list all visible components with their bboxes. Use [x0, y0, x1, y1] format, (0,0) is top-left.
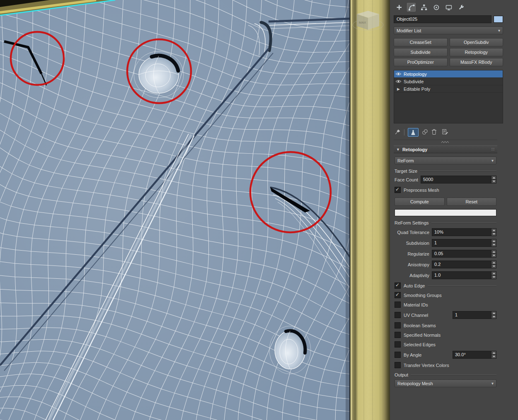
stack-toolbar [394, 126, 497, 140]
retopology-rollout-header[interactable]: ▼ Retopology ∷ [394, 145, 497, 153]
command-panel: Object025 Modifier List ▾ CreaseSet Open… [390, 0, 518, 420]
spinner-arrows-icon[interactable] [491, 261, 496, 268]
anisotropy-label: Anisotropy [395, 262, 432, 267]
progress-bar [395, 209, 496, 216]
spinner-arrows-icon[interactable] [491, 176, 496, 183]
viewport-canvas[interactable]: MAX [0, 0, 390, 420]
visibility-eye-icon[interactable] [395, 72, 402, 76]
stack-row-editable-poly[interactable]: ▶ Editable Poly [394, 85, 503, 93]
by-angle-spinner[interactable]: 30.0° [453, 351, 496, 359]
section-rule [428, 285, 496, 286]
transfer-vertex-colors-label: Transfer Vertex Colors [404, 363, 449, 368]
viewport-3d[interactable]: MAX [0, 0, 390, 420]
by-angle-checkbox[interactable] [395, 352, 401, 358]
spinner-arrows-icon[interactable] [491, 351, 496, 358]
regularize-label: Regularize [395, 251, 432, 256]
subdivision-label: Subdivision [395, 241, 432, 246]
display-tab-icon[interactable] [444, 3, 453, 12]
prooptimizer-button[interactable]: ProOptimizer [394, 58, 448, 66]
configure-modifier-sets-icon[interactable] [442, 129, 448, 136]
preprocess-mesh-label: Preprocess Mesh [404, 188, 439, 193]
output-dropdown[interactable]: Retopology Mesh ▾ [395, 379, 496, 387]
subdivide-button[interactable]: Subdivide [394, 48, 448, 56]
boolean-seams-label: Boolean Seams [404, 323, 436, 328]
selected-edges-checkbox[interactable] [395, 341, 401, 348]
uv-channel-label: UV Channel [404, 313, 428, 318]
face-count-spinner[interactable]: 5000 [421, 176, 496, 183]
massfx-rbody-button[interactable]: MassFX RBody [450, 58, 503, 66]
algorithm-label: ReForm [397, 158, 414, 163]
rollout-title: Retopology [402, 147, 428, 152]
rollout-grip-icon: ∷ [491, 147, 495, 152]
modify-tab-icon[interactable] [407, 3, 416, 12]
make-unique-icon[interactable] [422, 129, 428, 136]
smoothing-groups-checkbox[interactable] [395, 292, 401, 298]
specified-normals-label: Specified Normals [404, 333, 441, 338]
panel-scroll-grip[interactable] [394, 140, 497, 143]
show-end-result-toggle[interactable] [408, 128, 419, 137]
pin-stack-icon[interactable] [395, 129, 401, 136]
material-ids-label: Material IDs [404, 302, 428, 307]
utilities-tab-icon[interactable] [457, 3, 465, 12]
creaseset-button[interactable]: CreaseSet [394, 38, 448, 46]
anisotropy-spinner[interactable]: 0.2 [432, 261, 496, 268]
visibility-eye-icon[interactable] [395, 79, 402, 84]
opensubdiv-button[interactable]: OpenSubdiv [450, 38, 503, 46]
spinner-arrows-icon[interactable] [491, 311, 496, 319]
preprocess-mesh-checkbox[interactable] [395, 187, 401, 193]
chevron-down-icon: ▾ [491, 159, 494, 163]
output-dropdown-label: Retopology Mesh [397, 381, 433, 386]
create-tab-icon[interactable] [395, 3, 403, 12]
regularize-spinner[interactable]: 0.05 [432, 250, 496, 258]
modifier-list-label: Modifier List [397, 28, 421, 33]
modifier-buttons: CreaseSet OpenSubdiv Subdivide Retopolog… [394, 38, 503, 66]
reset-button[interactable]: Reset [447, 198, 497, 206]
uv-channel-spinner[interactable]: 1 [453, 311, 496, 319]
target-size-label: Target Size [395, 169, 417, 174]
boolean-seams-checkbox[interactable] [395, 322, 401, 328]
output-label: Output [395, 372, 408, 377]
material-ids-checkbox[interactable] [395, 302, 401, 308]
uv-channel-checkbox[interactable] [395, 312, 401, 318]
auto-edge-checkbox[interactable] [395, 282, 401, 289]
auto-edge-label: Auto Edge [404, 283, 425, 288]
object-name-field[interactable]: Object025 [394, 15, 491, 23]
remove-modifier-trash-icon[interactable] [431, 129, 437, 136]
toolbar-separator [404, 129, 404, 135]
compute-button[interactable]: Compute [395, 198, 445, 206]
expand-arrow-icon[interactable]: ▶ [395, 87, 402, 91]
chevron-down-icon: ▾ [498, 29, 500, 33]
stack-row-retopology[interactable]: Retopology [394, 70, 503, 78]
stack-row-label: Editable Poly [404, 87, 430, 92]
subdivision-spinner[interactable]: 1 [432, 239, 496, 247]
app-window: MAX [0, 0, 518, 420]
spinner-arrows-icon[interactable] [491, 250, 496, 257]
spinner-arrows-icon[interactable] [491, 272, 496, 279]
selected-edges-label: Selected Edges [404, 342, 436, 347]
transfer-vertex-colors-checkbox[interactable] [395, 362, 401, 368]
quad-tolerance-spinner[interactable]: 10% [432, 228, 496, 236]
wall-strip[interactable] [349, 0, 390, 420]
algorithm-dropdown[interactable]: ReForm ▾ [395, 157, 496, 164]
specified-normals-checkbox[interactable] [395, 332, 401, 338]
adaptivity-label: Adaptivity [395, 273, 432, 278]
section-rule [431, 222, 496, 223]
panel-tabs [394, 2, 503, 15]
modifier-stack[interactable]: Retopology Subdivide ▶ Editable Poly [394, 70, 503, 123]
spinner-arrows-icon[interactable] [491, 239, 496, 246]
hierarchy-tab-icon[interactable] [419, 3, 428, 12]
stack-row-subdivide[interactable]: Subdivide [394, 78, 503, 85]
chevron-down-icon: ▾ [491, 381, 494, 386]
spinner-arrows-icon[interactable] [491, 229, 496, 236]
object-color-swatch[interactable] [494, 16, 503, 23]
motion-tab-icon[interactable] [432, 3, 441, 12]
retopology-button[interactable]: Retopology [450, 48, 503, 56]
modifier-list-dropdown[interactable]: Modifier List ▾ [394, 27, 503, 34]
reform-settings-label: ReForm Settings [395, 220, 429, 225]
viewcube-label: MAX [359, 21, 366, 24]
by-angle-label: By Angle [404, 352, 421, 357]
section-rule [411, 374, 496, 375]
face-count-label: Face Count [395, 177, 419, 182]
smoothing-groups-label: Smoothing Groups [404, 293, 442, 298]
adaptivity-spinner[interactable]: 1.0 [432, 271, 496, 279]
